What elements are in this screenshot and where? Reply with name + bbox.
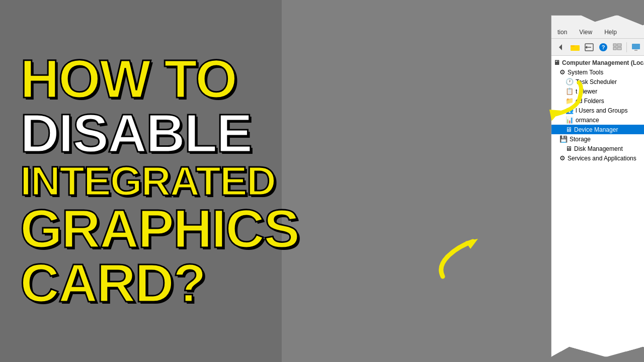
toolbar-btn-folder[interactable] (569, 41, 582, 54)
thumbnail-panel: HOW TO DISABLE INTEGRATED GRAPHICS CARD? (0, 0, 282, 362)
tree-task-scheduler[interactable]: 🕐 Task Scheduler (551, 77, 644, 86)
tree-device-manager[interactable]: 🖥 Device Manager (551, 125, 644, 134)
menu-bar: Management tion View Help (551, 16, 644, 39)
clock-icon: 🕐 (566, 78, 574, 85)
svg-text:?: ? (602, 44, 605, 50)
title-line-5: CARD? (20, 256, 299, 310)
svg-rect-8 (613, 44, 616, 46)
toolbar-btn-grid[interactable] (611, 41, 624, 54)
tree-root[interactable]: 🖥 Computer Management (Local (551, 58, 644, 67)
tree-shared-folders[interactable]: 📁 ed Folders (551, 96, 644, 106)
menu-view[interactable]: View (577, 28, 594, 36)
tree-disk-management[interactable]: 🖥 Disk Management (551, 144, 644, 153)
title-line-2: DISABLE (20, 106, 299, 160)
svg-rect-9 (617, 44, 621, 46)
folder-icon: 📁 (566, 97, 574, 105)
computer-icon: 🖥 (553, 59, 560, 66)
svg-rect-2 (571, 45, 575, 47)
tree-event-viewer[interactable]: 📋 t Viewer (551, 86, 644, 96)
tree-storage[interactable]: 💾 Storage (551, 134, 644, 144)
tree-label: l Users and Groups (576, 107, 627, 114)
menu-help[interactable]: Help (602, 28, 619, 36)
content-area: 🖥 Computer Management (Local ⚙ System To… (551, 56, 644, 351)
toolbar-btn-monitor[interactable] (629, 41, 642, 54)
tree-system-tools[interactable]: ⚙ System Tools (551, 67, 644, 77)
tree-label: t Viewer (576, 88, 597, 95)
tree-label: ed Folders (576, 98, 604, 105)
perf-icon: 📊 (566, 116, 574, 124)
tree-label: Services and Applications (568, 155, 636, 162)
svg-marker-0 (559, 44, 562, 50)
tree-performance[interactable]: 📊 ormance (551, 115, 644, 125)
menu-row: tion View Help (551, 27, 644, 37)
right-panel: Management tion View Help ? (272, 0, 644, 362)
window-container: Management tion View Help ? (551, 15, 644, 357)
services-icon: ⚙ (559, 154, 566, 162)
tree-label: Device Manager (574, 126, 618, 133)
tree-label: Task Scheduler (576, 78, 617, 85)
tree-label: Storage (570, 136, 591, 143)
toolbar-btn-help[interactable]: ? (597, 41, 610, 54)
svg-rect-12 (632, 44, 640, 49)
tree-users-groups[interactable]: 👥 l Users and Groups (551, 106, 644, 115)
svg-rect-13 (634, 50, 637, 51)
left-tree-pane: 🖥 Computer Management (Local ⚙ System To… (551, 56, 644, 351)
storage-icon: 💾 (559, 135, 568, 143)
title-line-1: HOW TO (20, 52, 299, 106)
tree-label: Disk Management (574, 145, 623, 152)
toolbar-separator (626, 42, 627, 52)
toolbar: ? ✕ (551, 39, 644, 56)
viewer-icon: 📋 (566, 87, 574, 95)
tree-label: ormance (576, 117, 599, 124)
menu-action[interactable]: tion (555, 28, 569, 36)
svg-rect-11 (617, 47, 621, 50)
title-line-3: INTEGRATED (20, 160, 299, 202)
svg-rect-10 (613, 47, 616, 50)
back-button[interactable] (554, 41, 568, 54)
device-mgr-icon: 🖥 (566, 126, 572, 133)
disk-icon: 🖥 (566, 145, 572, 152)
tree-label: System Tools (568, 69, 603, 76)
title-bar: Management (551, 17, 644, 27)
tree-root-label: Computer Management (Local (562, 59, 644, 66)
toolbar-btn-back2[interactable] (583, 41, 596, 54)
tools-icon: ⚙ (559, 68, 566, 76)
thumbnail-title: HOW TO DISABLE INTEGRATED GRAPHICS CARD? (20, 52, 299, 310)
users-icon: 👥 (566, 107, 574, 114)
title-line-4: GRAPHICS (20, 202, 299, 256)
tree-services[interactable]: ⚙ Services and Applications (551, 153, 644, 163)
